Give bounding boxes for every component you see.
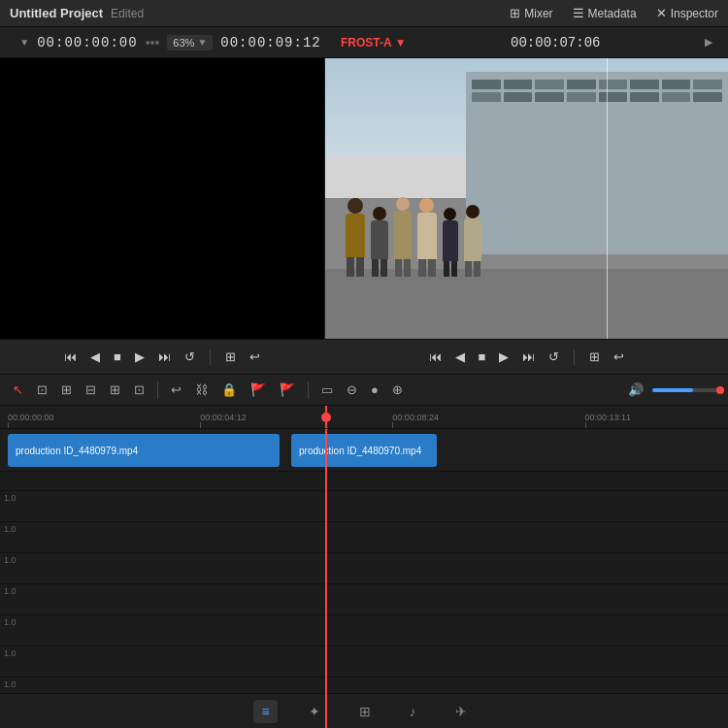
- ruler-tick-1: [200, 422, 201, 428]
- volume-track[interactable]: [652, 388, 720, 392]
- inspector-label: Inspector: [671, 7, 718, 20]
- link-btn[interactable]: ⛓: [190, 380, 213, 400]
- remove-track-btn[interactable]: ⊖: [342, 380, 362, 400]
- ruler-time-0: 00:00:00:00: [8, 413, 54, 422]
- flag-btn-1[interactable]: 🚩: [246, 380, 271, 400]
- audio-label-4: 1.0: [4, 586, 17, 596]
- divider: [210, 349, 211, 365]
- inspector-menu[interactable]: ✕ Inspector: [656, 6, 718, 20]
- ruler-tick-2: [392, 422, 393, 428]
- head: [396, 197, 410, 211]
- fairlight-btn[interactable]: ♪: [402, 700, 424, 723]
- prog-overlay-btn[interactable]: ⊞: [586, 347, 603, 366]
- volume-icon[interactable]: 🔊: [623, 380, 648, 400]
- lock-btn[interactable]: 🔒: [216, 380, 242, 400]
- undo-btn[interactable]: ↩: [166, 380, 186, 400]
- effects-btn[interactable]: ✦: [301, 700, 328, 723]
- video-clip-1[interactable]: production ID_4480979.mp4: [8, 434, 280, 467]
- audio-label-2: 1.0: [4, 524, 17, 534]
- frost-chevron: ▼: [395, 36, 407, 50]
- volume-knob[interactable]: [716, 386, 724, 394]
- blade-tool[interactable]: ⊟: [81, 380, 101, 400]
- select-tool[interactable]: ↖: [8, 380, 28, 400]
- audio-label-5: 1.0: [4, 617, 17, 627]
- program-monitor[interactable]: [325, 58, 728, 339]
- video-track: production ID_4480979.mp4 production ID_…: [0, 429, 728, 472]
- title-bar-right: ⊞ Mixer ☰ Metadata ✕ Inspector: [510, 6, 718, 20]
- mixer-menu[interactable]: ⊞ Mixer: [510, 6, 552, 20]
- source-monitor-black: [0, 58, 324, 339]
- timeline-btn[interactable]: ≡: [253, 700, 277, 723]
- head: [419, 198, 434, 213]
- program-monitor-playhead: [607, 58, 608, 339]
- edited-label: Edited: [111, 7, 144, 20]
- ruler-time-3: 00:00:13:11: [585, 413, 632, 422]
- empty-video-track: [0, 472, 728, 491]
- add-marker-btn[interactable]: ⊕: [387, 380, 408, 400]
- timecode-bar-left: ▼ 00:00:00:00 ••• 63% ▼ 00:00:09:12: [8, 35, 333, 50]
- zoom-tool[interactable]: ⊡: [129, 380, 149, 400]
- prog-go-start-btn[interactable]: ⏮: [426, 347, 445, 366]
- leg: [395, 259, 402, 277]
- source-chevron[interactable]: ▼: [19, 37, 29, 48]
- prog-play-btn[interactable]: ▶: [496, 347, 512, 366]
- frost-label[interactable]: FROST-A ▼: [341, 36, 407, 50]
- go-to-start-btn[interactable]: ⏮: [61, 347, 80, 366]
- dynamic-trim-tool[interactable]: ⊞: [56, 380, 77, 400]
- deliver-btn[interactable]: ✈: [447, 700, 475, 723]
- window: [535, 92, 564, 102]
- timecode-menu-dots[interactable]: •••: [146, 35, 160, 50]
- preview-area: [0, 58, 728, 340]
- body: [443, 220, 458, 261]
- audio-label-3: 1.0: [4, 555, 17, 565]
- person-5: [443, 208, 458, 277]
- title-bar: Untitled Project Edited ⊞ Mixer ☰ Metada…: [0, 0, 728, 27]
- person-6: [464, 205, 481, 277]
- inspector-icon: ✕: [656, 6, 667, 20]
- body: [417, 213, 437, 259]
- body: [346, 214, 365, 257]
- stop-btn[interactable]: ■: [111, 347, 124, 366]
- ruler-time-1: 00:00:04:12: [200, 413, 247, 422]
- video-frame: [325, 58, 728, 339]
- flag-btn-2[interactable]: 🚩: [275, 380, 300, 400]
- color-btn[interactable]: ⊞: [351, 700, 379, 723]
- video-clip-2[interactable]: production ID_4480970.mp4: [291, 434, 437, 467]
- add-track-btn[interactable]: ▭: [316, 380, 338, 400]
- prog-extra-btn[interactable]: ↩: [611, 347, 627, 366]
- window: [535, 80, 564, 89]
- prog-stop-btn[interactable]: ■: [476, 347, 489, 366]
- tools-bar: ↖ ⊡ ⊞ ⊟ ⊞ ⊡ ↩ ⛓ 🔒 🚩 🚩 ▭ ⊖ ● ⊕ 🔊: [0, 375, 728, 406]
- window: [504, 80, 533, 89]
- mixer-label: Mixer: [524, 7, 552, 20]
- source-duration: 00:00:09:12: [220, 35, 320, 50]
- step-back-btn[interactable]: ◀: [87, 347, 103, 366]
- metadata-menu[interactable]: ☰ Metadata: [573, 6, 637, 20]
- prog-step-back-btn[interactable]: ◀: [452, 347, 468, 366]
- ruler-playhead: [325, 406, 327, 428]
- leg: [381, 259, 387, 277]
- multicam-tool[interactable]: ⊞: [105, 380, 125, 400]
- play-btn[interactable]: ▶: [132, 347, 148, 366]
- right-arrow-icon: ▶: [705, 36, 712, 49]
- ruler-tick-3: [585, 422, 586, 428]
- volume-fill: [652, 388, 693, 392]
- prog-loop-btn[interactable]: ↺: [546, 347, 562, 366]
- insert-btn[interactable]: ↩: [247, 347, 263, 366]
- audio-track-6: 1.0: [0, 646, 728, 678]
- source-monitor[interactable]: [0, 58, 325, 339]
- tracks-container[interactable]: production ID_4480979.mp4 production ID_…: [0, 429, 728, 728]
- person-3: [394, 197, 412, 277]
- trim-tool[interactable]: ⊡: [32, 380, 52, 400]
- leg: [356, 257, 364, 277]
- person-1: [346, 198, 365, 277]
- marker-btn[interactable]: ●: [366, 380, 383, 400]
- loop-btn[interactable]: ↺: [182, 347, 198, 366]
- prog-go-end-btn[interactable]: ⏭: [519, 347, 538, 366]
- person-2: [371, 207, 388, 277]
- go-to-end-btn[interactable]: ⏭: [155, 347, 174, 366]
- source-overlay-btn[interactable]: ⊞: [222, 347, 239, 366]
- zoom-control[interactable]: 63% ▼: [167, 35, 213, 50]
- playhead-timecode: 00:00:07:06: [511, 35, 600, 50]
- legs: [347, 257, 364, 277]
